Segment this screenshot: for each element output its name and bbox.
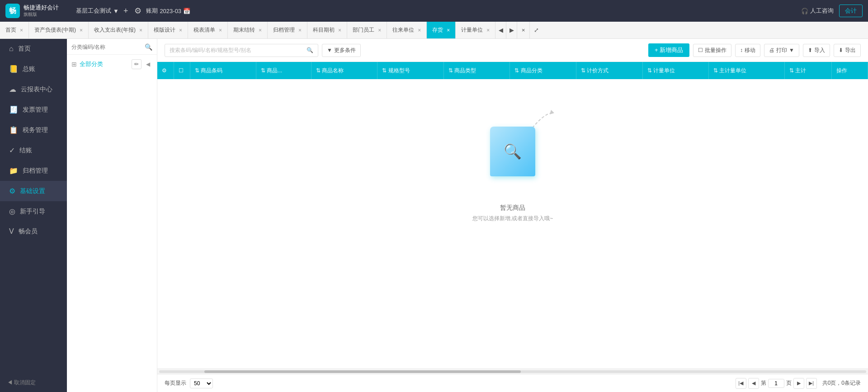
tab-unit[interactable]: 计量单位 × [456, 22, 495, 39]
tab-close-icon[interactable]: × [179, 27, 182, 33]
tab-dept[interactable]: 部门员工 × [347, 22, 387, 39]
print-button[interactable]: 🖨 打印 ▼ [764, 44, 799, 57]
tab-period[interactable]: 期末结转 × [228, 22, 268, 39]
filter-label: 更多条件 [334, 47, 356, 54]
tab-close-icon[interactable]: × [447, 27, 450, 33]
sidebar-item-home[interactable]: ⌂ 首页 [0, 39, 67, 59]
tab-close-icon[interactable]: × [418, 27, 421, 33]
period-label: 账期 [146, 7, 158, 15]
tab-label: 资产负债表(中期) [34, 26, 76, 34]
sidebar-item-cloud[interactable]: ☁ 云报表中心 [0, 79, 67, 99]
tab-close-icon[interactable]: × [219, 27, 222, 33]
sidebar-item-guide[interactable]: ◎ 新手引导 [0, 201, 67, 222]
th-spec[interactable]: ⇅ 规格型号 [377, 62, 444, 79]
filter-button[interactable]: ▼ 更多条件 [322, 44, 361, 57]
th-category[interactable]: ⇅ 商品分类 [510, 62, 576, 79]
tab-close-icon[interactable]: × [378, 27, 381, 33]
header: 畅 畅捷通好会计 旗舰版 基层工会测试 ▼ + ⚙ 账期 2023-03 📅 🎧… [0, 0, 868, 22]
th-barcode[interactable]: ⇅ 商品条码 [190, 62, 256, 79]
tab-close-all-button[interactable]: × [517, 22, 530, 39]
move-icon: ↕ [740, 47, 743, 53]
tab-subject[interactable]: 科目期初 × [307, 22, 347, 39]
tab-balance[interactable]: 资产负债表(中期) × [29, 22, 89, 39]
tab-contact[interactable]: 往来单位 × [387, 22, 427, 39]
page-number-input[interactable] [768, 379, 784, 388]
tab-income[interactable]: 收入支出表(年报) × [89, 22, 148, 39]
tab-label: 存货 [432, 26, 443, 34]
tab-close-icon[interactable]: × [338, 27, 341, 33]
empty-title: 暂无商品 [472, 204, 553, 212]
tab-prev-button[interactable]: ◀ [495, 22, 506, 39]
toolbar: 搜索条码/编码/名称/规格型号/别名 🔍 ▼ 更多条件 + 新增商品 ☐ 批 [157, 39, 868, 62]
headset-icon: 🎧 [801, 8, 808, 14]
tab-archive[interactable]: 归档管理 × [268, 22, 307, 39]
print-dropdown-icon: ▼ [789, 47, 794, 53]
tab-close-icon[interactable]: × [486, 27, 490, 33]
logo-icon: 畅 [5, 4, 20, 18]
th-pricing[interactable]: ⇅ 计价方式 [576, 62, 642, 79]
th-type[interactable]: ⇅ 商品类型 [443, 62, 510, 79]
tab-label: 首页 [5, 26, 16, 34]
calendar-icon[interactable]: 📅 [183, 8, 190, 14]
move-button[interactable]: ↕ 移动 [735, 44, 760, 57]
import-button[interactable]: ⬆ 导入 [803, 44, 830, 57]
sidebar-item-settings[interactable]: ⚙ 基础设置 [0, 181, 67, 201]
tab-home[interactable]: 首页 × [0, 22, 29, 39]
filter-icon: ▼ [327, 47, 332, 53]
page-prefix: 第 [761, 379, 766, 387]
category-edit-button[interactable]: ✏ [132, 59, 142, 69]
sidebar-item-archive[interactable]: 📁 归档管理 [0, 161, 67, 181]
add-tab-button[interactable]: + [122, 6, 130, 16]
tab-close-icon[interactable]: × [20, 27, 23, 33]
search-icon[interactable]: 🔍 [307, 47, 313, 53]
sidebar-item-close[interactable]: ✓ 结账 [0, 140, 67, 161]
tab-inventory[interactable]: 存货 × [427, 22, 456, 39]
scroll-thumb[interactable] [204, 370, 521, 373]
prev-page-button[interactable]: ◀ [748, 378, 759, 389]
th-main-count[interactable]: ⇅ 主计 [785, 62, 832, 79]
help-button[interactable]: 🎧 人工咨询 [801, 7, 834, 15]
next-page-button[interactable]: ▶ [793, 378, 804, 389]
per-page-select[interactable]: 50 100 200 [190, 378, 213, 388]
sidebar-pin-button[interactable]: ◀ 取消固定 [0, 373, 67, 392]
tab-template[interactable]: 模版设计 × [148, 22, 188, 39]
tab-expand-button[interactable]: ⤢ [530, 22, 542, 39]
sidebar-item-tax[interactable]: 📋 税务管理 [0, 120, 67, 140]
last-page-button[interactable]: ▶| [806, 378, 817, 389]
export-icon: ⬇ [839, 47, 843, 53]
tab-close-icon[interactable]: × [259, 27, 262, 33]
th-checkbox[interactable]: ☐ [174, 62, 190, 79]
first-page-button[interactable]: |◀ [736, 378, 746, 389]
batch-icon: ☐ [698, 47, 703, 53]
main-search-bar[interactable]: 搜索条码/编码/名称/规格型号/别名 🔍 [165, 44, 318, 57]
category-label: 全部分类 [80, 60, 129, 68]
horizontal-scrollbar[interactable] [157, 368, 868, 374]
account-button[interactable]: 会计 [839, 5, 863, 17]
tab-close-icon[interactable]: × [298, 27, 302, 33]
company-selector[interactable]: 基层工会测试 ▼ [76, 7, 119, 15]
tab-label: 税表清单 [193, 26, 215, 34]
app-name: 畅捷通好会计 [24, 4, 59, 11]
tab-close-icon[interactable]: × [139, 27, 142, 33]
search-icon[interactable]: 🔍 [145, 43, 152, 51]
th-settings[interactable]: ⚙ [157, 62, 174, 79]
th-code[interactable]: ⇅ 商品... [256, 62, 311, 79]
export-button[interactable]: ⬇ 导出 [834, 44, 861, 57]
close-books-icon: ✓ [9, 146, 15, 155]
tab-next-button[interactable]: ▶ [506, 22, 517, 39]
category-search-input[interactable] [71, 44, 145, 50]
panel-collapse-button[interactable]: ◀ [143, 60, 152, 69]
period-area: 账期 2023-03 📅 [146, 7, 190, 15]
tab-tax[interactable]: 税表清单 × [188, 22, 228, 39]
sidebar-item-member[interactable]: V 畅会员 [0, 222, 67, 241]
new-product-button[interactable]: + 新增商品 [648, 43, 689, 57]
sidebar-item-ledger[interactable]: 📒 总账 [0, 59, 67, 79]
empty-doc-icon [490, 127, 535, 176]
th-main-unit[interactable]: ⇅ 主计量单位 [709, 62, 785, 79]
th-name[interactable]: ⇅ 商品名称 [311, 62, 377, 79]
th-unit[interactable]: ⇅ 计量单位 [642, 62, 709, 79]
settings-button[interactable]: ⚙ [132, 6, 143, 16]
tab-close-icon[interactable]: × [80, 27, 83, 33]
sidebar-item-invoice[interactable]: 🧾 发票管理 [0, 99, 67, 120]
batch-operation-button[interactable]: ☐ 批量操作 [693, 44, 731, 57]
